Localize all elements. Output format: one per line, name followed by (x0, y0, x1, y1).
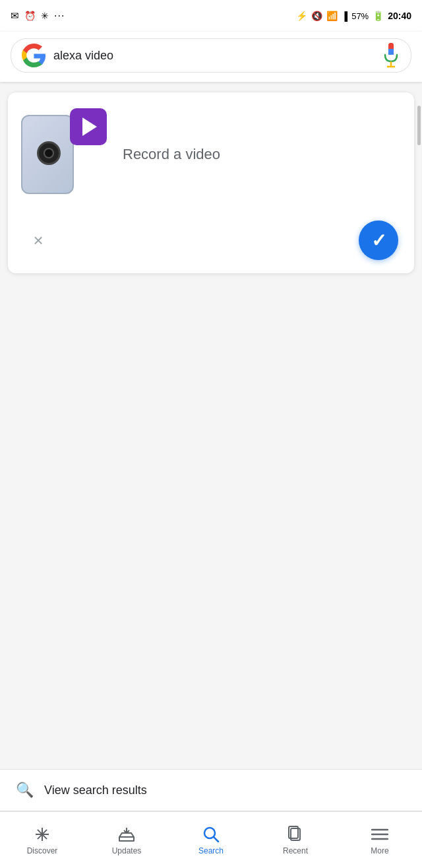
camera-lens-inner (44, 148, 54, 158)
search-bar[interactable]: alexa video (11, 38, 411, 73)
more-label: More (371, 846, 388, 855)
record-video-card: Record a video × ✓ (8, 92, 414, 273)
google-logo (22, 44, 45, 67)
card-actions: × ✓ (21, 220, 401, 260)
more-dots-icon: ··· (54, 10, 65, 22)
brightness-icon: ✳ (41, 11, 49, 21)
discover-icon (34, 825, 50, 844)
close-icon: × (33, 232, 43, 249)
updates-icon (118, 825, 135, 844)
bottom-nav: Discover Updates Search (0, 811, 422, 868)
nav-item-recent[interactable]: Recent (266, 820, 325, 861)
discover-label: Discover (27, 846, 58, 855)
mute-icon: 🔇 (311, 11, 322, 21)
signal-icon: ▐ (342, 11, 347, 21)
mic-icon[interactable] (382, 42, 400, 69)
nav-item-updates[interactable]: Updates (97, 820, 156, 861)
search-query[interactable]: alexa video (53, 49, 374, 63)
status-right-icons: ⚡ 🔇 📶 ▐ 57% 🔋 20:40 (296, 11, 411, 21)
view-search-results-row[interactable]: 🔍 View search results (0, 769, 422, 811)
battery-icon: 🔋 (373, 11, 384, 21)
status-bar: ✉ ⏰ ✳ ··· ⚡ 🔇 📶 ▐ 57% 🔋 20:40 (0, 0, 422, 32)
confirm-button[interactable]: ✓ (359, 220, 398, 260)
nav-item-search[interactable]: Search (181, 820, 241, 861)
alarm-icon: ⏰ (24, 11, 36, 21)
nav-item-discover[interactable]: Discover (13, 820, 72, 861)
search-icon: 🔍 (16, 782, 34, 799)
clock: 20:40 (388, 11, 411, 21)
camera-lens (37, 141, 61, 165)
search-nav-icon (202, 825, 220, 844)
recent-icon (288, 825, 303, 844)
status-left-icons: ✉ ⏰ ✳ ··· (11, 10, 65, 22)
play-triangle-icon (82, 117, 97, 136)
dismiss-button[interactable]: × (24, 226, 53, 255)
check-icon: ✓ (371, 230, 386, 251)
wifi-icon: 📶 (326, 11, 338, 21)
bluetooth-icon: ⚡ (296, 11, 307, 21)
more-icon (371, 825, 388, 844)
camera-body (21, 115, 74, 194)
svg-rect-1 (388, 43, 394, 49)
battery-percent: 57% (351, 11, 369, 21)
card-content: Record a video (21, 108, 401, 201)
scrollbar (417, 106, 421, 145)
view-search-label: View search results (44, 784, 147, 797)
search-nav-label: Search (198, 846, 224, 855)
record-video-label: Record a video (123, 146, 220, 163)
nav-item-more[interactable]: More (350, 820, 409, 861)
search-bar-container: alexa video (0, 32, 422, 82)
mail-icon: ✉ (11, 10, 19, 22)
recent-label: Recent (283, 846, 308, 855)
updates-label: Updates (112, 846, 142, 855)
record-video-icon (21, 108, 107, 201)
svg-line-12 (214, 837, 218, 842)
play-badge (70, 108, 107, 145)
svg-rect-2 (388, 49, 394, 55)
